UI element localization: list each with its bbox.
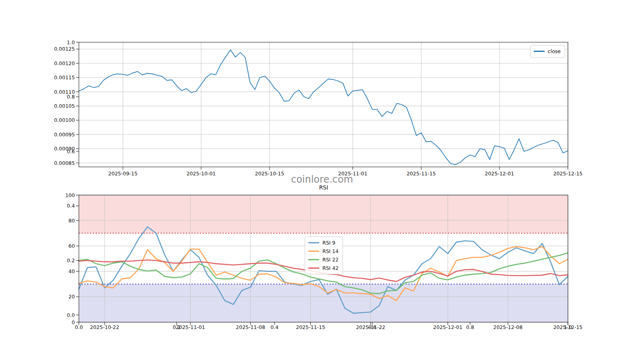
y-tick-label: 0.00095 xyxy=(54,132,75,138)
x-tick-label: 2025-10-01 xyxy=(186,171,216,177)
figure-y-tick-label: 0.4 xyxy=(67,203,75,209)
x-tick-label: 2025-11-15 xyxy=(296,324,325,330)
figure-x-tick-label: 0.6 xyxy=(368,324,376,330)
legend-line-swatch xyxy=(308,251,319,252)
figure-x-tick-label: 0.8 xyxy=(466,324,474,330)
legend-line-swatch xyxy=(308,259,319,260)
figure-y-tick-label: 0.8 xyxy=(67,94,75,100)
figure-y-tick-label: 1.0 xyxy=(67,39,75,45)
y-tick-label: 0.00100 xyxy=(54,117,75,123)
figure-y-tick-label: 0.0 xyxy=(67,312,75,318)
y-tick-label: 40 xyxy=(68,268,75,274)
legend-close: close xyxy=(530,45,565,58)
axes-frame xyxy=(79,42,568,167)
y-tick-label: 0.00125 xyxy=(54,46,75,52)
y-tick-label: 100 xyxy=(65,192,75,198)
figure-y-tick-label: 0.2 xyxy=(67,257,75,263)
x-tick-label: 2025-12-08 xyxy=(493,324,522,330)
legend-line-swatch xyxy=(308,267,319,269)
legend-entry: RSI 14 xyxy=(308,247,339,255)
y-tick-label: 20 xyxy=(68,294,75,300)
x-tick-label: 2025-10-15 xyxy=(255,171,285,177)
x-tick-label: 2025-12-01 xyxy=(485,171,514,177)
legend-entry: RSI 9 xyxy=(308,239,339,247)
legend-entry: RSI 22 xyxy=(308,255,339,264)
legend-entry-label: RSI 42 xyxy=(322,265,339,271)
figure-x-tick-label: 0.4 xyxy=(270,324,279,330)
figure-x-tick-label: 1.0 xyxy=(564,324,572,330)
x-tick-label: 2025-10-22 xyxy=(90,324,120,330)
legend-entry: RSI 42 xyxy=(308,264,339,272)
figure-x-tick-label: 0.0 xyxy=(75,324,83,330)
x-tick-label: 2025-12-15 xyxy=(553,171,583,177)
x-tick-label: 2025-12-01 xyxy=(433,324,462,330)
figure-x-tick-label: 0.2 xyxy=(173,324,181,330)
y-tick-label: 0 xyxy=(72,319,75,325)
figure: 0.001250.001200.001150.001100.001050.001… xyxy=(0,0,644,362)
x-tick-label: 2025-09-15 xyxy=(108,171,138,177)
series-close xyxy=(79,50,568,165)
legend-entry: close xyxy=(534,47,561,56)
figure-y-tick-label: 0.6 xyxy=(67,148,75,154)
y-tick-label: 0.00085 xyxy=(54,160,75,166)
x-tick-label: 2025-11-15 xyxy=(407,171,436,177)
y-tick-label: 0.00105 xyxy=(54,103,75,109)
legend-rsi: RSI 9RSI 14RSI 22RSI 42 xyxy=(305,237,343,274)
legend-entry-label: close xyxy=(548,48,561,54)
y-tick-label: 0.00120 xyxy=(54,60,75,66)
legend-entry-label: RSI 9 xyxy=(322,240,335,246)
overbought-band xyxy=(79,195,568,233)
rsi-subplot-title: RSI xyxy=(319,184,328,191)
legend-entry-label: RSI 22 xyxy=(322,257,339,263)
watermark: coinlore.com xyxy=(291,174,353,185)
y-tick-label: 0.00115 xyxy=(54,74,75,80)
legend-entry-label: RSI 14 xyxy=(322,248,339,254)
y-tick-label: 60 xyxy=(68,243,75,249)
x-tick-label: 2025-11-08 xyxy=(236,324,265,330)
legend-line-swatch xyxy=(308,242,319,243)
y-tick-label: 80 xyxy=(68,218,75,224)
legend-line-swatch xyxy=(534,51,545,52)
